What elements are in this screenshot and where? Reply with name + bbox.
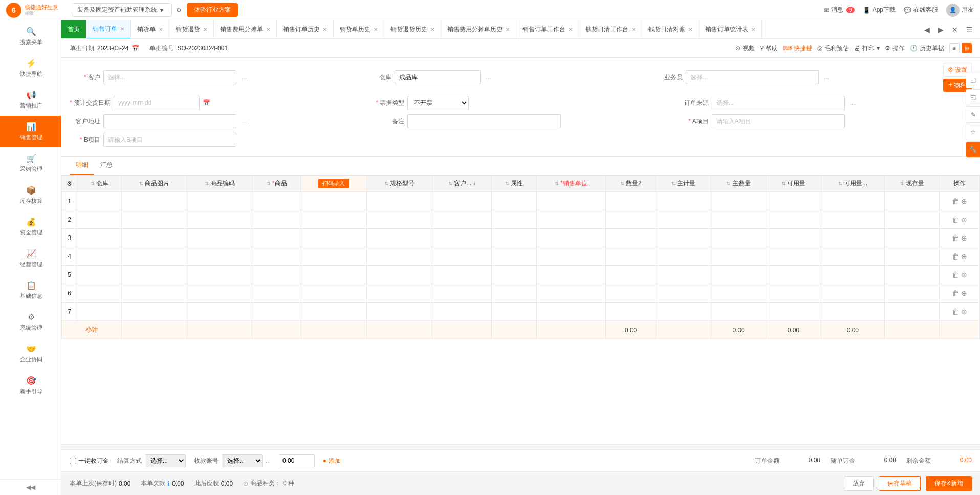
deposit-checkbox-input[interactable] xyxy=(70,458,76,464)
shortcut-action[interactable]: ⌨ 快捷键 xyxy=(783,44,812,53)
invoice-select[interactable]: 不开票 增值税普票 增值税专票 xyxy=(407,96,469,110)
row-1-code[interactable] xyxy=(187,192,252,210)
row-5-main-unit[interactable] xyxy=(656,266,711,284)
history-action[interactable]: 🕐 历史单据 xyxy=(910,44,944,53)
row-2-spec[interactable] xyxy=(367,210,432,229)
row-2-unit[interactable] xyxy=(536,210,605,229)
row-4-qty2[interactable] xyxy=(605,247,656,266)
tab-close-reconcile[interactable]: ✕ xyxy=(688,27,692,32)
row-4-stock[interactable] xyxy=(884,247,939,266)
row-1-available-more[interactable] xyxy=(821,192,884,210)
row-3-attribute[interactable] xyxy=(492,229,536,247)
sidebar-item-finance[interactable]: 💰 资金管理 xyxy=(0,211,61,243)
row-5-stock[interactable] xyxy=(884,266,939,284)
row-7-spec[interactable] xyxy=(367,303,432,321)
tab-close-bill-history[interactable]: ✕ xyxy=(374,27,378,32)
row-3-code[interactable] xyxy=(187,229,252,247)
row-7-available-more[interactable] xyxy=(821,303,884,321)
row-3-available-more[interactable] xyxy=(821,229,884,247)
row-1-copy-icon[interactable]: ⊕ xyxy=(961,197,967,205)
row-7-attribute[interactable] xyxy=(492,303,536,321)
col-main-qty[interactable]: ⇅ 主数量 xyxy=(711,176,766,192)
row-5-product[interactable] xyxy=(252,266,301,284)
tab-daily-clear[interactable]: 钱货日清工作台 ✕ xyxy=(579,20,642,39)
row-5-unit[interactable] xyxy=(536,266,605,284)
scroll-row[interactable] xyxy=(61,444,980,449)
right-panel-btn-2[interactable]: ◰ xyxy=(966,89,980,105)
tab-close-sales-return[interactable]: ✕ xyxy=(203,27,207,32)
solution-button[interactable]: 体验行业方案 xyxy=(187,3,238,17)
row-5-delete-icon[interactable]: 🗑 xyxy=(952,271,959,279)
row-2-code[interactable] xyxy=(187,210,252,229)
col-customer-attr[interactable]: ⇅ 客户... ℹ xyxy=(432,176,491,192)
customer-dots[interactable]: ... xyxy=(242,74,247,81)
row-4-available-more[interactable] xyxy=(821,247,884,266)
print-action[interactable]: 🖨 打印 ▾ xyxy=(854,44,880,53)
right-panel-btn-3[interactable]: ✎ xyxy=(966,106,980,123)
row-6-available-more[interactable] xyxy=(821,284,884,303)
deposit-checkbox[interactable]: 一键收订金 xyxy=(70,457,109,465)
row-2-delete-icon[interactable]: 🗑 xyxy=(952,216,959,224)
row-1-warehouse[interactable] xyxy=(77,192,122,210)
row-7-qty2[interactable] xyxy=(605,303,656,321)
row-2-warehouse[interactable] xyxy=(77,210,122,229)
tab-sales-return[interactable]: 销货退货 ✕ xyxy=(169,20,214,39)
row-3-main-qty[interactable] xyxy=(711,229,766,247)
row-7-customer[interactable] xyxy=(432,303,491,321)
address-dots[interactable]: ... xyxy=(242,118,247,125)
row-2-available[interactable] xyxy=(766,210,821,229)
row-1-stock[interactable] xyxy=(884,192,939,210)
row-1-attribute[interactable] xyxy=(492,192,536,210)
row-3-unit[interactable] xyxy=(536,229,605,247)
row-7-warehouse[interactable] xyxy=(77,303,122,321)
tab-order-history[interactable]: 销售订单历史 ✕ xyxy=(277,20,334,39)
row-4-image[interactable] xyxy=(122,247,187,266)
row-4-warehouse[interactable] xyxy=(77,247,122,266)
tab-next-button[interactable]: ▶ xyxy=(935,25,947,35)
warehouse-input[interactable] xyxy=(395,70,481,84)
row-4-available[interactable] xyxy=(766,247,821,266)
operation-action[interactable]: ⚙ 操作 xyxy=(885,44,905,53)
row-4-delete-icon[interactable]: 🗑 xyxy=(952,252,959,261)
row-3-delete-icon[interactable]: 🗑 xyxy=(952,234,959,242)
online-service-item[interactable]: 💬 在线客服 xyxy=(904,6,938,14)
address-input[interactable] xyxy=(103,114,236,128)
deposit-amount-input[interactable] xyxy=(279,454,315,467)
row-1-image[interactable] xyxy=(122,192,187,210)
staff-dots[interactable]: ... xyxy=(824,74,829,81)
tab-close-all-button[interactable]: ✕ xyxy=(949,25,961,35)
row-6-stock[interactable] xyxy=(884,284,939,303)
col-spec[interactable]: ⇅ 规格型号 xyxy=(367,176,432,192)
sidebar-item-guide[interactable]: 🎯 新手引导 xyxy=(0,370,61,401)
col-settings[interactable]: ⚙ xyxy=(62,176,77,192)
row-3-customer[interactable] xyxy=(432,229,491,247)
sidebar-item-collab[interactable]: 🤝 企业协同 xyxy=(0,338,61,370)
row-4-unit[interactable] xyxy=(536,247,605,266)
tab-workbench[interactable]: 销售订单工作台 ✕ xyxy=(516,20,579,39)
tab-close-order-history[interactable]: ✕ xyxy=(323,27,327,32)
messages-item[interactable]: ✉ 消息 9 xyxy=(824,6,855,14)
row-2-image[interactable] xyxy=(122,210,187,229)
row-7-main-unit[interactable] xyxy=(656,303,711,321)
row-1-customer[interactable] xyxy=(432,192,491,210)
col-qty2[interactable]: ⇅ 数量2 xyxy=(605,176,656,192)
tab-stats[interactable]: 销售订单统计表 ✕ xyxy=(699,20,762,39)
profit-action[interactable]: ◎ 毛利预估 xyxy=(817,44,849,53)
tab-sales-bill[interactable]: 销货单 ✕ xyxy=(131,20,169,39)
row-2-qty2[interactable] xyxy=(605,210,656,229)
system-settings-icon[interactable]: ⚙ xyxy=(176,7,182,14)
collapse-button[interactable]: ◀◀ xyxy=(0,479,61,495)
right-panel-btn-5[interactable]: 🔧 xyxy=(966,141,980,158)
date-icon[interactable]: 📅 xyxy=(132,45,139,52)
tab-home[interactable]: 首页 xyxy=(61,20,86,39)
row-6-main-unit[interactable] xyxy=(656,284,711,303)
row-7-copy-icon[interactable]: ⊕ xyxy=(961,308,967,316)
row-7-delete-icon[interactable]: 🗑 xyxy=(952,308,959,316)
tab-bill-history[interactable]: 销货单历史 ✕ xyxy=(334,20,384,39)
sidebar-item-nav[interactable]: ⚡ 快捷导航 xyxy=(0,52,61,84)
row-7-product[interactable] xyxy=(252,303,301,321)
tab-detail[interactable]: 明细 xyxy=(70,157,94,175)
row-7-code[interactable] xyxy=(187,303,252,321)
discount-amt-info[interactable]: ℹ xyxy=(167,480,170,487)
sidebar-item-operations[interactable]: 📈 经营管理 xyxy=(0,243,61,274)
